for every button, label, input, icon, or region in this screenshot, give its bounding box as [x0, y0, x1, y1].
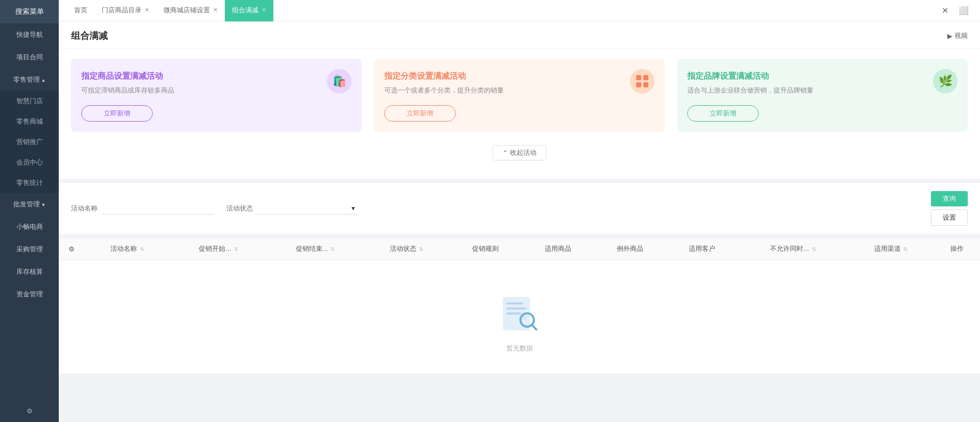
sidebar-item-fund-manage[interactable]: 资金管理	[0, 283, 59, 306]
col-activity-status[interactable]: 活动状态 ⇅	[364, 238, 450, 260]
sidebar-item-quick-nav[interactable]: 快捷导航	[0, 24, 59, 46]
sort-icon-activity-name: ⇅	[140, 246, 144, 252]
sidebar-search[interactable]: 搜索菜单	[0, 0, 59, 24]
card-goods-title: 指定商品设置满减活动	[81, 71, 352, 82]
window-close-btn[interactable]: ✕	[939, 5, 951, 16]
empty-text: 暂无数据	[506, 344, 533, 353]
filter-activity-status: 活动状态 ▾	[226, 202, 359, 215]
tab-bar: 首页 门店商品目录 ✕ 微商城店铺设置 ✕ 组合满减 ✕ ✕ ⬜	[59, 0, 980, 21]
chevron-up-icon: ⌃	[502, 149, 508, 157]
sidebar-item-retail-stats[interactable]: 零售统计	[0, 173, 59, 193]
col-activity-name[interactable]: 活动名称 ⇅	[84, 238, 170, 260]
col-promo-rule: 促销规则	[450, 238, 522, 260]
col-applicable-channel[interactable]: 适用渠道 ⇅	[848, 238, 934, 260]
gear-icon: ⚙	[68, 245, 75, 253]
page-title: 组合满减	[71, 30, 108, 42]
cards-row: 🛍️ 指定商品设置满减活动 可指定滞销商品或库存较多商品 立即新增	[71, 59, 968, 132]
tab-bar-actions: ✕ ⬜	[939, 5, 972, 16]
svg-rect-6	[506, 308, 526, 310]
sidebar-item-marketing[interactable]: 营销推广	[0, 132, 59, 152]
col-promo-start[interactable]: 促销开始... ⇅	[170, 238, 267, 260]
sidebar-item-ecommerce[interactable]: 小畅电商	[0, 216, 59, 238]
col-applicable-customer: 适用客户	[666, 238, 738, 260]
card-goods-add-btn[interactable]: 立即新增	[81, 105, 153, 122]
main-area: 首页 门店商品目录 ✕ 微商城店铺设置 ✕ 组合满减 ✕ ✕ ⬜ 组合满减 ▶ …	[59, 0, 980, 422]
filter-activity-status-select[interactable]: ▾	[257, 202, 359, 215]
svg-point-10	[523, 316, 526, 319]
empty-row: 暂无数据	[59, 260, 980, 374]
card-goods: 🛍️ 指定商品设置满减活动 可指定滞销商品或库存较多商品 立即新增	[71, 59, 362, 132]
col-operation: 操作	[934, 238, 980, 260]
col-applicable-goods: 适用商品	[522, 238, 594, 260]
sidebar-item-wholesale-manage[interactable]: 批发管理	[0, 193, 59, 216]
svg-rect-5	[506, 302, 523, 304]
tab-combo-discount[interactable]: 组合满减 ✕	[225, 0, 273, 21]
card-category-icon	[630, 69, 655, 93]
filter-activity-name-label: 活动名称	[71, 204, 98, 213]
table-body: 暂无数据	[59, 260, 980, 374]
filter-section: 活动名称 活动状态 ▾ 查询 设置	[59, 183, 980, 234]
sort-icon-promo-start: ⇅	[234, 246, 238, 252]
tab-close-combo-discount[interactable]: ✕	[262, 7, 266, 13]
filter-actions: 查询 设置	[931, 191, 968, 226]
gear-icon: ⚙	[27, 407, 33, 415]
data-table: ⚙ 活动名称 ⇅ 促销开始... ⇅ 促销结束... ⇅	[59, 238, 980, 373]
sidebar-sub-retail: 智慧门店 零售商城 营销推广 会员中心 零售统计	[0, 91, 59, 193]
card-goods-icon: 🛍️	[327, 69, 352, 93]
sidebar-item-retail-manage[interactable]: 零售管理	[0, 68, 59, 91]
collapse-activity-btn[interactable]: ⌃ 收起活动	[493, 145, 546, 160]
sort-icon-activity-status: ⇅	[419, 246, 423, 252]
col-no-concurrent[interactable]: 不允许同时... ⇅	[738, 238, 848, 260]
query-button[interactable]: 查询	[931, 191, 968, 206]
table-section: ⚙ 活动名称 ⇅ 促销开始... ⇅ 促销结束... ⇅	[59, 238, 980, 373]
col-promo-end[interactable]: 促销结束... ⇅	[267, 238, 363, 260]
card-category-desc: 可选一个或者多个分类，提升分类的销量	[384, 86, 655, 95]
svg-rect-0	[636, 75, 641, 80]
settings-button[interactable]: 设置	[931, 209, 968, 226]
cards-section: 🛍️ 指定商品设置满减活动 可指定滞销商品或库存较多商品 立即新增	[59, 49, 980, 179]
video-link[interactable]: ▶ 视频	[947, 31, 968, 40]
svg-rect-7	[506, 313, 521, 315]
window-maximize-btn[interactable]: ⬜	[955, 5, 972, 16]
sidebar-item-member-center[interactable]: 会员中心	[0, 152, 59, 173]
col-gear[interactable]: ⚙	[59, 238, 84, 260]
tab-wechat-shop[interactable]: 微商城店铺设置 ✕	[156, 0, 225, 21]
sidebar-item-purchase-manage[interactable]: 采购管理	[0, 238, 59, 261]
sidebar-item-retail-mall[interactable]: 零售商城	[0, 111, 59, 132]
play-icon: ▶	[947, 32, 952, 40]
svg-rect-1	[643, 75, 648, 80]
card-category: 指定分类设置满减活动 可选一个或者多个分类，提升分类的销量 立即新增	[374, 59, 665, 132]
tab-close-wechat-shop[interactable]: ✕	[213, 7, 218, 13]
sort-icon-applicable-channel: ⇅	[903, 246, 907, 252]
tab-home[interactable]: 首页	[67, 0, 95, 21]
card-brand-add-btn[interactable]: 立即新增	[687, 105, 759, 122]
card-brand-title: 指定品牌设置满减活动	[687, 71, 958, 82]
tab-store-catalog[interactable]: 门店商品目录 ✕	[95, 0, 156, 21]
collapse-bar: ⌃ 收起活动	[71, 140, 968, 169]
svg-rect-3	[643, 82, 648, 87]
filter-activity-status-label: 活动状态	[226, 204, 253, 213]
chevron-down-icon: ▾	[352, 204, 355, 212]
card-goods-desc: 可指定滞销商品或库存较多商品	[81, 86, 352, 95]
svg-rect-2	[636, 82, 641, 87]
table-header-row: ⚙ 活动名称 ⇅ 促销开始... ⇅ 促销结束... ⇅	[59, 238, 980, 260]
card-brand: 🌿 指定品牌设置满减活动 适合与上游企业联合做营销，提升品牌销量 立即新增	[677, 59, 968, 132]
sidebar-settings[interactable]: ⚙	[0, 400, 59, 422]
sidebar-item-project-contract[interactable]: 项目合同	[0, 46, 59, 68]
card-brand-icon: 🌿	[933, 69, 958, 93]
tab-close-store-catalog[interactable]: ✕	[145, 7, 149, 13]
page-content: 组合满减 ▶ 视频 🛍️ 指定商品设置满减活动 可指定滞销商品或库存较多商品 立…	[59, 21, 980, 422]
sidebar-item-inventory-check[interactable]: 库存核算	[0, 261, 59, 283]
col-exception-goods: 例外商品	[594, 238, 666, 260]
filter-activity-name-input[interactable]	[102, 202, 214, 215]
page-header: 组合满减 ▶ 视频	[59, 21, 980, 49]
empty-illustration	[494, 291, 545, 337]
sidebar: 搜索菜单 快捷导航 项目合同 零售管理 智慧门店 零售商城 营销推广 会员中心 …	[0, 0, 59, 422]
filter-activity-name: 活动名称	[71, 202, 214, 215]
svg-line-9	[531, 324, 536, 330]
empty-state: 暂无数据	[59, 260, 980, 373]
sidebar-item-smart-store[interactable]: 智慧门店	[0, 91, 59, 111]
sort-icon-promo-end: ⇅	[331, 246, 335, 252]
card-category-add-btn[interactable]: 立即新增	[384, 105, 456, 122]
card-brand-desc: 适合与上游企业联合做营销，提升品牌销量	[687, 86, 958, 95]
